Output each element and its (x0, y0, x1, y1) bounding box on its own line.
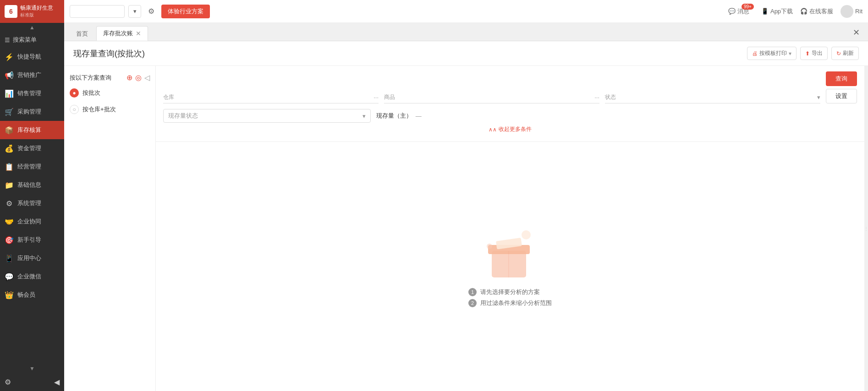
tip-2-text: 用过滤条件来缩小分析范围 (480, 299, 552, 307)
sidebar-item-enterprise[interactable]: 🤝 企业协同 (0, 212, 64, 231)
username-label: Rit (855, 8, 863, 15)
topbar-dropdown-btn[interactable]: ▾ (128, 5, 141, 18)
sidebar-item-label: 系统管理 (17, 199, 41, 207)
trial-btn[interactable]: 体验行业方案 (161, 5, 210, 18)
sidebar-scroll-down[interactable]: ▼ (0, 364, 64, 373)
sidebar-item-system[interactable]: ⚙ 系统管理 (0, 194, 64, 212)
tabbar: 首页 库存批次账 ✕ ✕ (64, 23, 868, 41)
finance-icon: 💰 (5, 144, 14, 153)
sidebar: 6 畅康通好生意 标准版 ▲ ☰ 搜索菜单 ⚡ 快捷导航 📢 营销推广 📊 销售… (0, 0, 64, 391)
close-panel-btn[interactable]: ✕ (850, 26, 863, 39)
sidebar-item-basic[interactable]: 📁 基础信息 (0, 176, 64, 194)
app-download-label: App下载 (770, 7, 793, 16)
inventory-icon: 📦 (5, 125, 14, 135)
sidebar-item-label: 新手引导 (17, 236, 41, 244)
collapse-panel-icon[interactable]: ◁ (144, 73, 150, 82)
warehouse-more-btn[interactable]: ··· (374, 94, 379, 101)
warehouse-batch-scheme-label: 按仓库+批次 (82, 105, 116, 114)
tip-2-number: 2 (468, 299, 477, 307)
print-btn[interactable]: 🖨 按模板打印 ▾ (747, 47, 797, 60)
sidebar-item-operations[interactable]: 📋 经营管理 (0, 157, 64, 176)
page-header-actions: 🖨 按模板打印 ▾ ⬆ 导出 ↻ 刷新 (747, 47, 859, 60)
scheme-settings-icon[interactable]: ◎ (135, 73, 142, 82)
svg-point-3 (522, 230, 531, 239)
empty-tip-1: 1 请先选择要分析的方案 (468, 288, 552, 296)
tab-home[interactable]: 首页 (70, 27, 94, 41)
export-btn[interactable]: ⬆ 导出 (800, 47, 828, 60)
sidebar-item-sales[interactable]: 📊 销售管理 (0, 84, 64, 103)
sidebar-search-label: 搜索菜单 (13, 36, 37, 44)
query-btn[interactable]: 查询 (826, 71, 857, 86)
quick-nav-icon: ⚡ (5, 52, 14, 61)
warehouse-label: 仓库 (163, 93, 174, 101)
empty-state: 1 请先选择要分析的方案 2 用过滤条件来缩小分析范围 (156, 142, 864, 391)
left-panel-title: 按以下方案查询 (70, 74, 111, 82)
inventory-status-arrow: ▾ (363, 113, 366, 119)
product-more-btn[interactable]: ··· (594, 94, 599, 101)
tab-close-icon[interactable]: ✕ (136, 30, 141, 37)
scheme-item-warehouse-batch[interactable]: ○ 按仓库+批次 (64, 101, 155, 118)
warehouse-batch-scheme-icon: ○ (70, 105, 79, 114)
topbar: ▾ ⚙ 体验行业方案 💬 消息 99+ 📱 App下载 🎧 在线客服 Rit (64, 0, 868, 23)
app-download-btn[interactable]: 📱 App下载 (761, 7, 793, 16)
page-header: 现存量查询(按批次) 🖨 按模板打印 ▾ ⬆ 导出 ↻ 刷新 (64, 41, 868, 66)
right-side-handle[interactable]: ⋮ (864, 66, 868, 391)
sidebar-item-label: 销售管理 (17, 89, 41, 98)
sidebar-item-member[interactable]: 👑 畅会员 (0, 286, 64, 304)
sidebar-item-appcenter[interactable]: 📱 应用中心 (0, 249, 64, 267)
sidebar-item-label: 畅会员 (17, 291, 35, 299)
sidebar-item-label: 库存核算 (17, 126, 41, 134)
sidebar-nav: ⚡ 快捷导航 📢 营销推广 📊 销售管理 🛒 采购管理 📦 库存核算 💰 资金管… (0, 48, 64, 364)
app-subtitle: 标准版 (20, 12, 53, 18)
status-input[interactable] (619, 94, 814, 101)
user-avatar-btn[interactable]: Rit (841, 5, 863, 18)
export-icon: ⬆ (805, 50, 810, 57)
warehouse-input[interactable] (177, 94, 371, 101)
settings-btn[interactable]: 设置 (826, 89, 857, 103)
online-service-icon: 🎧 (800, 8, 808, 15)
page-title: 现存量查询(按批次) (73, 48, 145, 59)
sidebar-item-wechat[interactable]: 💬 企业微信 (0, 267, 64, 286)
refresh-label: 刷新 (843, 49, 854, 57)
left-panel-actions: ⊕ ◎ ◁ (126, 73, 150, 82)
tab-batch-account[interactable]: 库存批次账 ✕ (96, 26, 148, 41)
sidebar-item-label: 快捷导航 (17, 53, 41, 61)
marketing-icon: 📢 (5, 71, 14, 80)
batch-scheme-label: 按批次 (82, 89, 100, 97)
wechat-icon: 💬 (5, 272, 14, 281)
search-icon: ☰ (5, 37, 10, 43)
sidebar-item-marketing[interactable]: 📢 营销推广 (0, 66, 64, 84)
messages-btn[interactable]: 💬 消息 99+ (728, 7, 749, 16)
inventory-status-select[interactable]: 现存量状态 ▾ (163, 109, 371, 123)
collapse-more-btn[interactable]: ∧∧ 收起更多条件 (163, 123, 857, 136)
member-icon: 👑 (5, 290, 14, 299)
topbar-search-input[interactable] (70, 5, 125, 18)
tab-home-label: 首页 (76, 30, 88, 38)
avatar (841, 5, 853, 18)
left-panel-header: 按以下方案查询 ⊕ ◎ ◁ (64, 71, 155, 85)
status-dropdown-icon[interactable]: ▾ (817, 94, 820, 101)
topbar-gear-icon[interactable]: ⚙ (145, 5, 158, 18)
print-dropdown-icon[interactable]: ▾ (789, 50, 791, 57)
product-input[interactable] (398, 94, 592, 101)
sidebar-search[interactable]: ☰ 搜索菜单 (0, 32, 64, 48)
collapse-sidebar-icon[interactable]: ◀ (54, 378, 60, 386)
content-area: 按以下方案查询 ⊕ ◎ ◁ ● 按批次 ○ 按仓库+批次 (64, 66, 868, 391)
left-panel: 按以下方案查询 ⊕ ◎ ◁ ● 按批次 ○ 按仓库+批次 (64, 66, 156, 391)
sidebar-item-quick-nav[interactable]: ⚡ 快捷导航 (0, 48, 64, 66)
sidebar-item-inventory[interactable]: 📦 库存核算 (0, 121, 64, 139)
online-service-btn[interactable]: 🎧 在线客服 (800, 7, 833, 16)
sidebar-item-purchase[interactable]: 🛒 采购管理 (0, 103, 64, 121)
tip-1-number: 1 (468, 288, 477, 296)
sidebar-item-label: 资金管理 (17, 144, 41, 152)
sidebar-item-finance[interactable]: 💰 资金管理 (0, 139, 64, 157)
settings-footer-icon[interactable]: ⚙ (5, 378, 11, 386)
scheme-item-batch[interactable]: ● 按批次 (64, 85, 155, 101)
refresh-btn[interactable]: ↻ 刷新 (831, 47, 859, 60)
add-scheme-icon[interactable]: ⊕ (126, 73, 132, 82)
sidebar-item-label: 经营管理 (17, 163, 41, 171)
sidebar-item-label: 采购管理 (17, 108, 41, 116)
sidebar-item-newuser[interactable]: 🎯 新手引导 (0, 231, 64, 249)
sidebar-scroll-up[interactable]: ▲ (0, 23, 64, 32)
online-service-label: 在线客服 (809, 7, 833, 16)
